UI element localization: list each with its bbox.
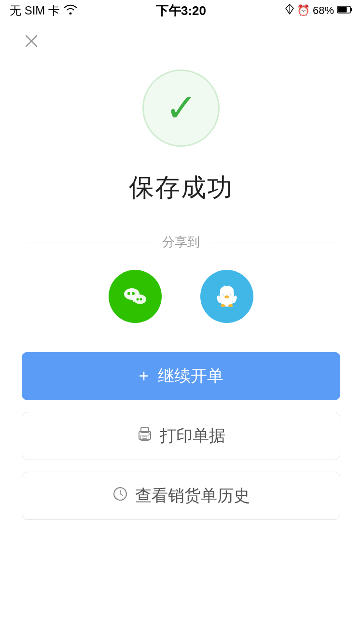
share-icons [109,270,253,323]
no-sim-text: 无 SIM 卡 [10,3,60,18]
svg-point-8 [132,292,135,295]
svg-rect-1 [350,8,352,12]
success-title: 保存成功 [129,171,233,205]
history-label: 查看销货单历史 [135,485,250,507]
status-bar: 无 SIM 卡 下午3:20 ⏰ 68% [0,0,362,21]
wifi-icon [64,4,77,17]
status-left: 无 SIM 卡 [10,3,77,18]
svg-rect-32 [141,435,149,439]
wechat-share-button[interactable] [109,270,162,323]
checkmark-icon: ✓ [165,89,197,127]
share-label: 分享到 [153,234,209,251]
status-right: ⏰ 68% [285,4,352,17]
share-divider-left [27,242,153,242]
qq-share-button[interactable] [200,270,253,323]
print-button[interactable]: 打印单据 [22,412,340,460]
svg-point-18 [224,295,229,298]
share-label-row: 分享到 [27,234,335,251]
svg-line-39 [120,494,123,495]
continue-plus-icon: + [139,366,149,386]
alarm-icon: ⏰ [297,4,310,17]
print-label: 打印单据 [160,425,225,447]
svg-point-11 [139,298,142,300]
svg-point-25 [223,285,226,288]
battery-percent: 68% [313,4,334,17]
battery-icon [337,4,352,17]
history-button[interactable]: 查看销货单历史 [22,472,340,520]
svg-point-35 [149,434,150,435]
share-section: 分享到 [0,234,362,323]
main-content: ✓ 保存成功 分享到 [0,21,362,520]
svg-point-24 [220,286,234,295]
action-buttons: + 继续开单 打印单据 [22,352,340,520]
share-divider-right [209,242,335,242]
svg-point-20 [221,304,225,307]
close-button[interactable] [19,29,43,53]
status-time: 下午3:20 [156,2,206,19]
success-icon-wrapper: ✓ [142,70,220,147]
continue-label: 继续开单 [158,365,223,387]
svg-point-7 [127,292,130,295]
history-icon [112,486,128,506]
continue-button[interactable]: + 继续开单 [22,352,340,400]
svg-point-26 [227,285,230,288]
svg-rect-2 [338,7,347,13]
svg-point-10 [136,298,139,300]
print-icon [137,426,153,446]
location-icon [285,4,294,17]
svg-point-21 [228,304,233,307]
